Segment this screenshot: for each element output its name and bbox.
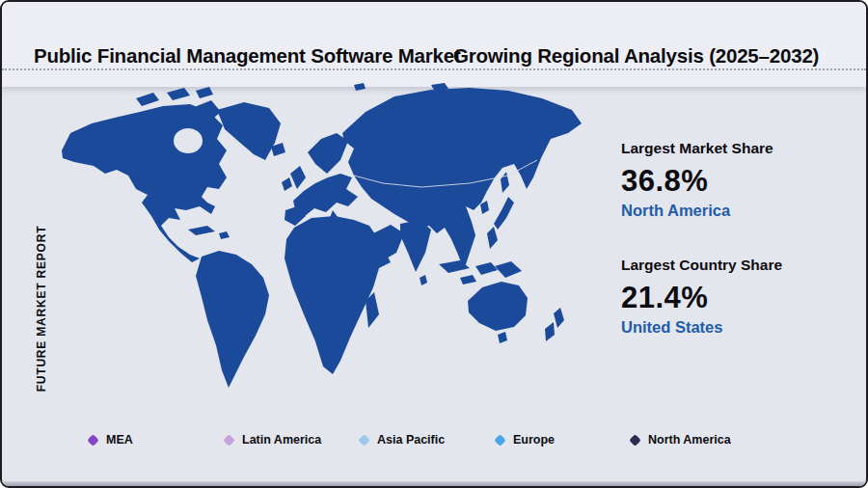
indonesia-island (460, 275, 476, 285)
stat-market-share-region: North America (621, 202, 730, 220)
sri-lanka (420, 275, 427, 285)
page-title-part2: Growing Regional Analysis (2025–2032) (453, 44, 819, 68)
legend-label-mea: MEA (106, 433, 133, 447)
legend-swatch-north-america-icon (629, 434, 641, 447)
legend-item-latin-america: Latin America (225, 432, 321, 447)
infographic-frame: Public Financial Management Software Mar… (0, 0, 868, 488)
legend-item-europe: Europe (496, 432, 555, 447)
hispaniola-island (219, 231, 230, 239)
greenland (217, 102, 281, 160)
legend-label-north-america: North America (648, 433, 731, 447)
ireland (282, 177, 292, 191)
india (400, 220, 431, 272)
legend-item-north-america: North America (631, 432, 731, 447)
stat-market-share-value: 36.8% (621, 164, 708, 199)
hudson-bay (174, 128, 203, 153)
korea (480, 201, 489, 214)
continent-south-america (196, 251, 269, 388)
sakhalin (501, 172, 509, 193)
indonesia-island (475, 262, 498, 275)
legend-swatch-asia-pacific-icon (358, 434, 370, 447)
brand-vertical-text: FUTURE MARKET REPORT (35, 226, 48, 393)
bottom-edge-shadow (2, 481, 866, 486)
arctic-island (136, 93, 159, 106)
united-kingdom (290, 166, 306, 189)
arctic-island (196, 87, 213, 98)
page-title-part1: Public Financial Management Software Mar… (34, 44, 461, 68)
world-map-landmass (62, 83, 582, 388)
legend-label-asia-pacific: Asia Pacific (377, 433, 445, 447)
legend-swatch-mea-icon (87, 434, 99, 447)
dotted-divider (2, 68, 866, 70)
world-map-svg (55, 83, 614, 422)
continent-australia (468, 282, 528, 331)
arctic-island (167, 88, 190, 100)
new-zealand-south (545, 322, 555, 341)
stat-country-share-value: 21.4% (621, 281, 708, 315)
legend-swatch-latin-america-icon (223, 434, 235, 447)
tasmania (498, 332, 507, 343)
stat-country-share-label: Largest Country Share (621, 257, 782, 274)
header-band: Public Financial Management Software Mar… (2, 2, 866, 87)
legend-swatch-europe-icon (494, 434, 506, 447)
new-zealand-north (554, 308, 564, 328)
philippines (487, 227, 498, 249)
legend-item-mea: MEA (89, 432, 133, 447)
svalbard (354, 83, 366, 91)
legend-label-europe: Europe (513, 433, 555, 447)
stat-country-share-region: United States (621, 318, 722, 337)
cuba-island (188, 226, 215, 235)
stat-market-share-label: Largest Market Share (621, 140, 773, 157)
japan (494, 197, 514, 230)
legend-item-asia-pacific: Asia Pacific (360, 432, 445, 447)
new-guinea (495, 261, 522, 278)
world-map (55, 83, 614, 422)
scandinavia (308, 133, 348, 174)
legend-label-latin-america: Latin America (242, 433, 321, 447)
continent-north-america (62, 104, 227, 262)
